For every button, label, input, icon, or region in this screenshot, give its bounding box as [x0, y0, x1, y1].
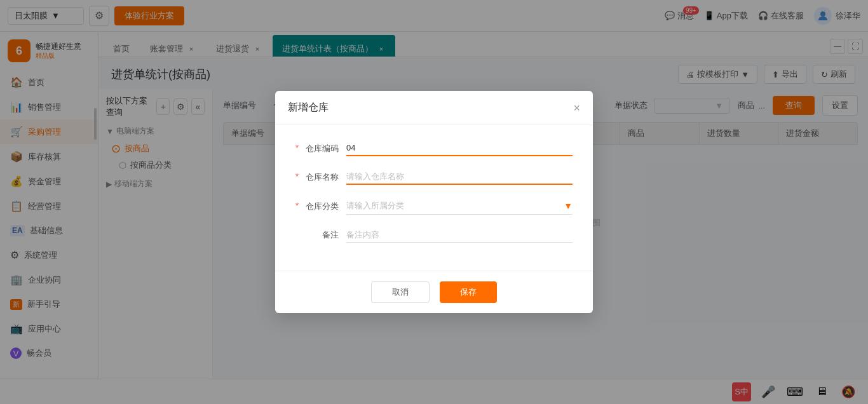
- remark-label: 备注: [295, 229, 346, 241]
- modal-close-icon[interactable]: ×: [573, 102, 580, 114]
- warehouse-remark-input[interactable]: [346, 227, 573, 243]
- warehouse-code-input[interactable]: [346, 140, 573, 156]
- warehouse-category-dropdown[interactable]: 请输入所属分类 ▼: [346, 198, 573, 215]
- category-label: 仓库分类: [295, 201, 346, 212]
- form-row-name: 仓库名称: [295, 169, 573, 185]
- code-label: 仓库编码: [295, 143, 346, 154]
- category-arrow-icon: ▼: [564, 201, 573, 211]
- form-row-category: 仓库分类 请输入所属分类 ▼: [295, 198, 573, 215]
- modal-overlay: 新增仓库 × 仓库编码 仓库名称 仓库分类 请输入所属分类 ▼: [0, 0, 868, 404]
- modal-header: 新增仓库 ×: [275, 91, 593, 125]
- form-row-remark: 备注: [295, 227, 573, 243]
- modal-title: 新增仓库: [288, 101, 329, 114]
- modal-footer: 取消 保存: [275, 271, 593, 313]
- warehouse-name-input[interactable]: [346, 169, 573, 185]
- modal-body: 仓库编码 仓库名称 仓库分类 请输入所属分类 ▼ 备注: [275, 125, 593, 271]
- save-button[interactable]: 保存: [440, 281, 497, 303]
- form-row-code: 仓库编码: [295, 140, 573, 156]
- name-label: 仓库名称: [295, 172, 346, 183]
- cancel-button[interactable]: 取消: [371, 281, 430, 303]
- new-warehouse-modal: 新增仓库 × 仓库编码 仓库名称 仓库分类 请输入所属分类 ▼: [275, 91, 593, 313]
- category-placeholder: 请输入所属分类: [346, 200, 564, 212]
